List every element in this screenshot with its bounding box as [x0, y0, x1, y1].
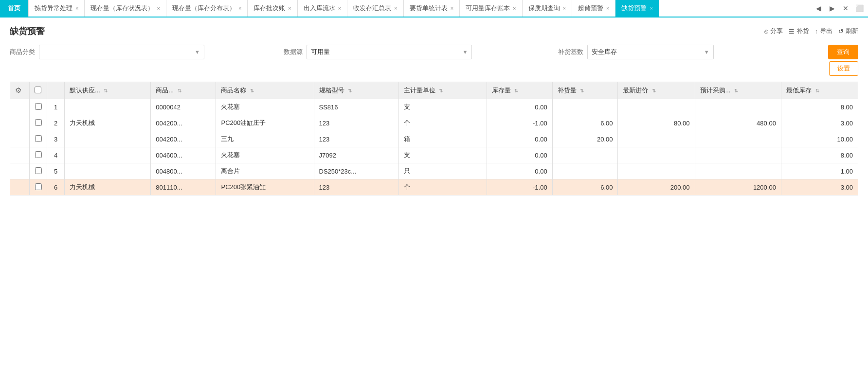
- row-replenish: [552, 147, 618, 163]
- page-content: 缺货预警 ⎋ 分享 ☰ 补货 ↑ 导出 ↺ 刷新: [0, 18, 868, 387]
- filter-datasource-group: 数据源 可用量 ▼: [284, 45, 548, 59]
- tab-shortage-label: 缺货预警: [621, 4, 647, 13]
- th-spec-label: 规格型号: [319, 87, 344, 94]
- datasource-select[interactable]: 可用量 ▼: [307, 45, 472, 59]
- tab-picking[interactable]: 拣货异常处理 ×: [29, 0, 85, 17]
- product-name-sort-icon[interactable]: ⇅: [250, 88, 254, 93]
- row-checkbox-cell[interactable]: [30, 163, 47, 179]
- filter-category-group: 商品分类 ▼: [10, 45, 274, 59]
- nav-controls: ◀ ▶ ✕ ⬜: [812, 1, 868, 15]
- row-checkbox-cell[interactable]: [30, 99, 47, 115]
- row-product-name: 火花塞: [216, 147, 314, 163]
- filter-replenish-base-group: 补货基数 安全库存 ▼: [558, 45, 822, 59]
- row-stock: 0.00: [487, 147, 552, 163]
- replenish-base-select[interactable]: 安全库存 ▼: [587, 45, 714, 59]
- th-unit-label: 主计量单位: [404, 87, 435, 94]
- row-index: 5: [47, 163, 65, 179]
- filter-row: 商品分类 ▼ 数据源 可用量 ▼ 补货基数: [10, 45, 822, 59]
- row-product-code: 801110...: [151, 179, 216, 195]
- row-checkbox-cell[interactable]: [30, 115, 47, 131]
- tab-expiry-close[interactable]: ×: [563, 5, 566, 11]
- tab-shortage-close[interactable]: ×: [650, 5, 652, 11]
- table-row: 4 004600... 火花塞 J7092 支 0.00 8.00: [10, 147, 858, 163]
- tab-summary[interactable]: 收发存汇总表 ×: [347, 0, 403, 17]
- th-supplier: 默认供应... ⇅: [65, 82, 151, 99]
- th-product-code-label: 商品...: [156, 87, 174, 94]
- row-stock: 0.00: [487, 99, 552, 115]
- replenish-action[interactable]: ☰ 补货: [789, 27, 809, 35]
- latest-price-sort-icon[interactable]: ⇅: [652, 88, 656, 93]
- replenish-base-label: 补货基数: [558, 48, 583, 56]
- row-spec: 123: [314, 131, 398, 147]
- row-product-name: 离合片: [216, 163, 314, 179]
- tab-overstock[interactable]: 超储预警 ×: [572, 0, 615, 17]
- row-supplier: 力天机械: [65, 115, 151, 131]
- tab-flow[interactable]: 出入库流水 ×: [298, 0, 347, 17]
- row-checkbox-5[interactable]: [35, 183, 42, 190]
- tab-expiry[interactable]: 保质期查询 ×: [523, 0, 572, 17]
- row-checkbox-0[interactable]: [35, 103, 42, 110]
- tab-expiry-label: 保质期查询: [528, 4, 560, 13]
- row-checkbox-cell[interactable]: [30, 131, 47, 147]
- tab-available[interactable]: 可用量库存账本 ×: [460, 0, 522, 17]
- tab-overstock-close[interactable]: ×: [606, 5, 609, 11]
- tab-home[interactable]: 首页: [0, 0, 29, 17]
- th-estimated: 预计采购... ⇅: [695, 82, 781, 99]
- nav-close-btn[interactable]: ✕: [839, 1, 852, 15]
- row-checkbox-cell[interactable]: [30, 147, 47, 163]
- unit-sort-icon[interactable]: ⇅: [439, 88, 443, 93]
- tab-batch[interactable]: 库存批次账 ×: [248, 0, 297, 17]
- th-spec: 规格型号 ⇅: [314, 82, 398, 99]
- row-checkbox-cell[interactable]: [30, 179, 47, 195]
- row-settings-cell: [10, 163, 30, 179]
- data-table: ⚙ 默认供应... ⇅ 商品... ⇅ 商品名称 ⇅: [10, 82, 858, 195]
- nav-prev-btn[interactable]: ◀: [812, 1, 825, 15]
- tab-order-close[interactable]: ×: [451, 5, 453, 11]
- nav-next-btn[interactable]: ▶: [825, 1, 839, 15]
- settings-button[interactable]: 设置: [829, 61, 858, 76]
- tab-flow-close[interactable]: ×: [338, 5, 341, 11]
- settings-gear-icon[interactable]: ⚙: [15, 86, 21, 94]
- min-stock-sort-icon[interactable]: ⇅: [815, 88, 819, 93]
- replenish-sort-icon[interactable]: ⇅: [580, 88, 584, 93]
- row-replenish: 6.00: [552, 179, 618, 195]
- select-all-checkbox[interactable]: [35, 87, 41, 93]
- tab-stock1[interactable]: 现存量（库存状况表） ×: [85, 0, 166, 17]
- tab-order[interactable]: 要货单统计表 ×: [404, 0, 460, 17]
- row-latest-price: [618, 163, 695, 179]
- row-settings-cell: [10, 99, 30, 115]
- product-code-sort-icon[interactable]: ⇅: [178, 88, 181, 93]
- query-button[interactable]: 查询: [828, 45, 858, 59]
- row-checkbox-4[interactable]: [35, 167, 42, 174]
- refresh-action[interactable]: ↺ 刷新: [838, 27, 858, 35]
- stock-sort-icon[interactable]: ⇅: [514, 88, 518, 93]
- tab-available-close[interactable]: ×: [513, 5, 516, 11]
- row-estimated-purchase: [695, 163, 781, 179]
- share-action[interactable]: ⎋ 分享: [764, 27, 783, 35]
- th-settings[interactable]: ⚙: [10, 82, 30, 99]
- th-supplier-label: 默认供应...: [70, 87, 100, 94]
- tab-stock1-close[interactable]: ×: [157, 5, 160, 11]
- page-header: 缺货预警 ⎋ 分享 ☰ 补货 ↑ 导出 ↺ 刷新: [10, 25, 858, 37]
- tab-batch-close[interactable]: ×: [288, 5, 291, 11]
- tab-stock2[interactable]: 现存量（库存分布表） ×: [166, 0, 248, 17]
- row-spec: J7092: [314, 147, 398, 163]
- row-checkbox-1[interactable]: [35, 119, 42, 126]
- row-latest-price: 200.00: [618, 179, 695, 195]
- category-select[interactable]: ▼: [39, 45, 204, 59]
- tab-picking-close[interactable]: ×: [75, 5, 78, 11]
- row-checkbox-3[interactable]: [35, 151, 42, 158]
- datasource-select-value: 可用量: [311, 48, 330, 56]
- tab-stock2-close[interactable]: ×: [238, 5, 241, 11]
- tab-summary-close[interactable]: ×: [394, 5, 397, 11]
- spec-sort-icon[interactable]: ⇅: [348, 88, 352, 93]
- nav-maximize-btn[interactable]: ⬜: [852, 1, 866, 15]
- th-estimated-label: 预计采购...: [700, 87, 731, 94]
- tab-shortage[interactable]: 缺货预警 ×: [615, 0, 659, 17]
- supplier-sort-icon[interactable]: ⇅: [104, 88, 108, 93]
- datasource-chevron-icon: ▼: [462, 49, 468, 55]
- estimated-sort-icon[interactable]: ⇅: [734, 88, 738, 93]
- export-action[interactable]: ↑ 导出: [815, 27, 833, 35]
- row-spec: 123: [314, 115, 398, 131]
- row-checkbox-2[interactable]: [35, 135, 42, 142]
